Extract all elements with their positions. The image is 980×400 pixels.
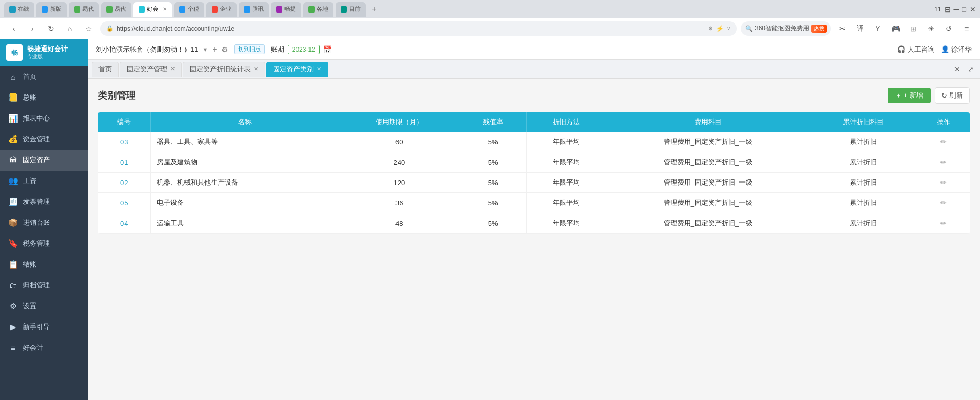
page-tab-home[interactable]: 首页 (92, 62, 119, 77)
settings-gear-btn[interactable]: ⚙ (221, 45, 228, 54)
cell-depreciation-4: 累计折旧 (810, 213, 917, 234)
edit-btn-2[interactable]: ✏ (940, 178, 947, 187)
window-maximize-icon[interactable]: ⤢ (965, 64, 976, 75)
reload-btn[interactable]: ↻ (44, 21, 58, 36)
back-btn[interactable]: ‹ (6, 21, 21, 36)
cell-period-0: 60 (339, 132, 460, 152)
maximize-icon[interactable]: □ (962, 5, 966, 14)
search-icon: 🔍 (745, 25, 753, 32)
page-body: 类别管理 ＋ + 新增 ↻ 刷新 编号 名称 (88, 79, 980, 400)
sidebar-item-tax[interactable]: 🔖 税务管理 (0, 233, 88, 254)
ssl-lock-icon: 🔒 (106, 25, 114, 32)
currency-icon[interactable]: ¥ (871, 21, 885, 36)
page-tab-asset-category[interactable]: 固定资产类别 ✕ (266, 62, 328, 77)
browser-tab-11[interactable]: 目前 (336, 2, 366, 17)
tab-favicon-11 (341, 6, 347, 13)
page-tab-fixed-asset-mgmt-close[interactable]: ✕ (170, 66, 175, 72)
app-name: 畅捷通好会计 (27, 45, 68, 54)
page-tab-depreciation-close[interactable]: ✕ (254, 66, 258, 72)
windows-icon[interactable]: ⊟ (945, 5, 951, 14)
col-header-code: 编号 (98, 112, 151, 132)
browser-tab-1[interactable]: 在线 (4, 2, 34, 17)
sidebar-item-payroll[interactable]: 👥 工资 (0, 171, 88, 191)
search-bar[interactable]: 🔍 360智能抠图免费用 热搜 (741, 21, 831, 36)
url-expand-icon[interactable]: ∨ (727, 26, 730, 31)
service-btn[interactable]: 🎧 人工咨询 (897, 45, 935, 54)
browser-tab-5[interactable]: 好会 ✕ (133, 2, 172, 17)
scissors-icon[interactable]: ✂ (835, 21, 850, 36)
page-tab-asset-category-close[interactable]: ✕ (317, 66, 321, 72)
user-profile[interactable]: 👤 徐泽华 (941, 45, 972, 54)
browser-tab-8[interactable]: 腾讯 (239, 2, 269, 17)
switch-version-btn[interactable]: 切到旧版 (234, 44, 265, 54)
home-btn[interactable]: ⌂ (63, 21, 77, 36)
sidebar-item-funds[interactable]: 💰 资金管理 (0, 129, 88, 150)
sidebar-item-fixed-assets[interactable]: 🏛 固定资产 (0, 150, 88, 171)
cell-action-0: ✏ (917, 132, 970, 152)
sidebar-label-tax: 税务管理 (23, 239, 50, 248)
browser-tab-7[interactable]: 企业 (206, 2, 237, 17)
cell-expense-4: 管理费用_固定资产折旧_一级 (606, 213, 810, 234)
browser-tab-2[interactable]: 新版 (36, 2, 67, 17)
cell-action-3: ✏ (917, 193, 970, 213)
forward-btn[interactable]: › (25, 21, 40, 36)
page-tab-fixed-asset-mgmt[interactable]: 固定资产管理 ✕ (120, 62, 182, 77)
cell-name-4: 运输工具 (151, 213, 339, 234)
table-row: 04 运输工具 48 5% 年限平均 管理费用_固定资产折旧_一级 累计折旧 ✏ (98, 213, 970, 234)
cell-method-2: 年限平均 (526, 173, 606, 193)
sidebar-item-closing[interactable]: 📋 结账 (0, 254, 88, 275)
sidebar-item-home[interactable]: ⌂ 首页 (0, 66, 88, 87)
sidebar-item-reports[interactable]: 📊 报表中心 (0, 108, 88, 129)
refresh-btn[interactable]: ↻ 刷新 (935, 87, 970, 104)
bookmark-btn[interactable]: ☆ (81, 21, 96, 36)
browser-tab-3[interactable]: 易代 (69, 2, 99, 17)
add-category-btn[interactable]: ＋ + 新增 (888, 88, 931, 103)
dropdown-arrow[interactable]: ▼ (202, 46, 208, 53)
edit-btn-0[interactable]: ✏ (940, 138, 947, 146)
brightness-icon[interactable]: ☀ (924, 21, 938, 36)
period-value[interactable]: 2023-12 (288, 45, 320, 54)
minimize-icon[interactable]: ─ (954, 5, 959, 14)
edit-btn-3[interactable]: ✏ (940, 199, 947, 207)
browser-tab-9[interactable]: 畅提 (271, 2, 301, 17)
sidebar-item-archive[interactable]: 🗂 归档管理 (0, 275, 88, 296)
edit-btn-1[interactable]: ✏ (940, 158, 947, 166)
funds-icon: 💰 (8, 135, 18, 144)
lightning-icon[interactable]: ⚡ (716, 25, 724, 32)
add-account-btn[interactable]: + (212, 45, 217, 54)
undo-icon[interactable]: ↺ (941, 21, 956, 36)
menu-icon[interactable]: ≡ (959, 21, 974, 36)
browser-tab-10[interactable]: 各地 (303, 2, 333, 17)
sidebar-item-settings[interactable]: ⚙ 设置 (0, 296, 88, 317)
search-text: 360智能抠图免费用 (755, 24, 809, 33)
sidebar-label-invoices: 发票管理 (23, 197, 50, 207)
cell-code-4: 04 (98, 213, 151, 234)
account-name: 刘小艳演示帐套（勿删勿动！）11 (96, 45, 198, 54)
sidebar-item-invoices[interactable]: 🧾 发票管理 (0, 191, 88, 212)
window-close-icon[interactable]: ✕ (952, 64, 962, 75)
browser-tab-4[interactable]: 易代 (101, 2, 131, 17)
tab-close-btn-5[interactable]: ✕ (163, 6, 167, 12)
tab-count-badge: 11 (934, 6, 941, 13)
sidebar-item-guide[interactable]: ▶ 新手引导 (0, 317, 88, 337)
sidebar-label-payroll: 工资 (23, 176, 36, 186)
dropdown-icon[interactable]: ⚙ (708, 26, 713, 31)
edit-btn-4[interactable]: ✏ (940, 219, 947, 227)
add-icon: ＋ (895, 91, 902, 100)
grid-icon[interactable]: ⊞ (906, 21, 921, 36)
game-icon[interactable]: 🎮 (888, 21, 903, 36)
browser-tab-6[interactable]: 个税 (174, 2, 204, 17)
calendar-icon[interactable]: 📅 (323, 45, 332, 54)
sidebar-item-purchase-sales[interactable]: 📦 进销台账 (0, 212, 88, 233)
account-info: 刘小艳演示帐套（勿删勿动！）11 ▼ + ⚙ (96, 45, 228, 54)
closing-icon: 📋 (8, 260, 18, 269)
page-tab-depreciation-table[interactable]: 固定资产折旧统计表 ✕ (183, 62, 265, 77)
new-tab-btn[interactable]: + (368, 3, 380, 16)
translate-icon[interactable]: 译 (853, 21, 867, 36)
url-bar[interactable]: 🔒 https://cloud.chanjet.com/accounting/u… (100, 21, 737, 36)
sidebar-item-more[interactable]: ≡ 好会计 (0, 337, 88, 358)
sidebar-item-ledger[interactable]: 📒 总账 (0, 87, 88, 108)
cell-period-4: 48 (339, 213, 460, 234)
browser-close-icon[interactable]: ✕ (970, 5, 976, 14)
service-label: 人工咨询 (908, 45, 935, 54)
